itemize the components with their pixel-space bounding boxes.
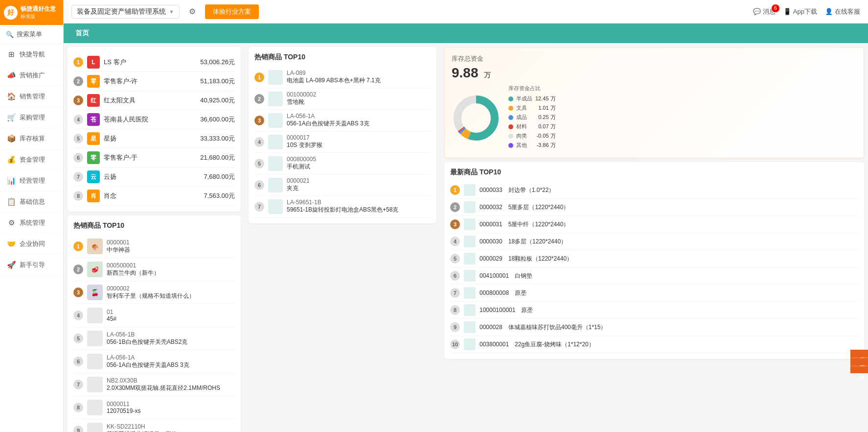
sidebar-item-purchase[interactable]: 🛒 采购管理	[0, 107, 63, 128]
rank-number: 2	[73, 264, 83, 274]
sales-value: 7,563.00元	[204, 192, 235, 200]
system-icon: ⚙	[7, 218, 16, 227]
top-bar: 装备及固定资产辅助管理系统 ▼ ⚙ 体验行业方案 💬 消息 6 📱 App下载 …	[64, 0, 868, 24]
product-image	[464, 236, 476, 247]
messages-badge: 6	[772, 4, 779, 12]
sales-value: 7,680.00元	[204, 172, 235, 181]
latest-item: 5 0000029 18颗粒板（1220*2440）	[450, 250, 858, 267]
customer-avatar: 云	[87, 170, 100, 183]
sidebar-item-inventory[interactable]: 📦 库存核算	[0, 128, 63, 149]
legend-item: 半成品 12.45 万	[508, 95, 556, 102]
sales-rank-list: 1 L LS 客户 53,006.26元 2 零 零售客户-许 51,183.0…	[73, 53, 235, 206]
product-name: 智利车子里（规格不知道填什么）	[107, 292, 235, 300]
latest-item: 2 0000032 5厘多层（1220*2440）	[450, 199, 858, 216]
product-code: LA-056-1A	[107, 354, 235, 361]
latest-products-title: 最新商品 TOP10	[450, 168, 858, 177]
legend-label: 其他	[516, 142, 533, 149]
product-name: 59651-1B旋转投影灯电池盒ABS黑色+58克	[287, 206, 431, 214]
app-download-button[interactable]: 📱 App下载	[783, 7, 817, 16]
inventory-value: 9.88 万	[452, 65, 857, 81]
sidebar-item-shortcuts[interactable]: ⊞ 快捷导航	[0, 44, 63, 65]
basic-info-label: 基础信息	[20, 197, 45, 206]
online-service-button[interactable]: 👤 在线客服	[825, 7, 860, 16]
rank-number: 4	[450, 237, 460, 246]
hot-products-title-text: 热销商品 TOP10	[73, 221, 124, 230]
hot-selling-title-text: 热销商品 TOP10	[254, 53, 305, 62]
rank-number: 4	[73, 311, 83, 320]
product-name: 2.0X30MM双搓花轴.搓花直径2.1MM/ROHS	[107, 384, 235, 392]
rank-item: 2 零 零售客户-许 51,183.00元	[73, 72, 235, 91]
product-name: 雪地靴	[287, 98, 431, 106]
sidebar-item-basic-info[interactable]: 📋 基础信息	[0, 192, 63, 213]
product-info: LA-056-1A 056-1A白色按键开关盖ABS 3克	[287, 113, 431, 128]
messages-button[interactable]: 💬 消息 6	[753, 7, 776, 16]
rank-item: 6 零 零售客户-于 21,680.00元	[73, 148, 235, 168]
latest-products-label: 最新商品 TOP10	[450, 168, 501, 177]
app-name: 畅捷通好生意	[21, 5, 56, 13]
tab-home[interactable]: 首页	[71, 29, 93, 38]
sidebar-item-guide[interactable]: 🚀 新手引导	[0, 255, 63, 276]
sidebar-item-system[interactable]: ⚙ 系统管理	[0, 213, 63, 234]
system-selector[interactable]: 装备及固定资产辅助管理系统 ▼	[71, 5, 180, 19]
product-info: NB2.0X30B 2.0X30MM双搓花轴.搓花直径2.1MM/ROHS	[107, 377, 235, 392]
product-info: 004100001 白钢垫	[480, 272, 532, 280]
customer-service-button[interactable]: 客服热线	[850, 350, 868, 358]
marketing-icon: 📣	[7, 71, 16, 80]
customer-name: 红太阳文具	[104, 96, 196, 105]
product-code: LA-59651-1B	[287, 199, 431, 206]
product-info: 0000028 体城嘉核味苏打饮品400毫升（1*15）	[480, 323, 606, 332]
legend-dot	[508, 106, 513, 111]
operations-label: 经营管理	[20, 176, 45, 185]
hot-product-item: 2 🥩 000500001 新西兰牛肉（新牛）	[73, 258, 235, 281]
product-info: LA-056-1A 056-1A白色按键开关盖ABS 3克	[107, 354, 235, 369]
finance-icon: 💰	[7, 155, 16, 164]
customer-name: 苍南县人民医院	[104, 115, 196, 124]
hot-product-item: 8 0000011 12070519-xs	[73, 396, 235, 419]
rank-number: 1	[450, 185, 460, 195]
hot-product-item: 4 01 45#	[73, 304, 235, 327]
product-image	[87, 331, 103, 346]
customer-avatar: 零	[87, 75, 100, 88]
sidebar: 好 畅捷通好生意 标准版 🔍 搜索菜单 ⊞ 快捷导航 📣 营销推广 🏠 销售管理…	[0, 0, 64, 432]
rank-number: 7	[73, 172, 83, 182]
sidebar-item-sales[interactable]: 🏠 销售管理	[0, 86, 63, 107]
service-community-button[interactable]: 服务社区	[850, 358, 868, 366]
customer-avatar: 星	[87, 132, 100, 145]
legend-label: 半成品	[516, 95, 532, 102]
guide-icon: 🚀	[7, 261, 16, 269]
product-image	[87, 423, 103, 432]
rank-number: 1	[73, 241, 83, 251]
live-button[interactable]: 直播	[850, 366, 868, 373]
product-code: LA-089	[287, 70, 431, 76]
latest-item: 8 10000100001 原垄	[450, 302, 858, 319]
hot-product-item: 5 LA-056-1B 056-1B白色按键开关壳ABS2克	[73, 327, 235, 350]
system-label: 系统管理	[20, 218, 45, 227]
product-name: 中华神器	[107, 246, 235, 254]
hot-selling-title: 热销商品 TOP10	[254, 53, 431, 62]
shortcuts-icon: ⊞	[7, 50, 16, 59]
product-name: 新西兰牛肉（新牛）	[107, 269, 235, 277]
latest-item: 10 003800001 22g鱼豆腐-烧烤味（1*12*20）	[450, 336, 858, 353]
trial-button[interactable]: 体验行业方案	[205, 4, 259, 19]
sidebar-item-operations[interactable]: 📊 经营管理	[0, 170, 63, 192]
product-image	[464, 184, 476, 196]
sidebar-item-collab[interactable]: 🤝 企业协同	[0, 234, 63, 255]
product-info: 0000021 夹克	[287, 177, 431, 192]
sidebar-item-marketing[interactable]: 📣 营销推广	[0, 65, 63, 86]
product-info: 000800008 原垄	[480, 289, 526, 297]
product-image	[268, 113, 283, 128]
settings-button[interactable]: ⚙	[184, 4, 200, 20]
product-info: 0000011 12070519-xs	[107, 401, 235, 414]
legend-dot	[508, 124, 513, 129]
sidebar-item-finance[interactable]: 💰 资金管理	[0, 149, 63, 170]
product-info: 0000001 中华神器	[107, 239, 235, 254]
legend-item: 成品 0.25 万	[508, 114, 556, 121]
message-icon: 💬	[753, 8, 761, 15]
product-code: 0000017	[287, 134, 431, 141]
sales-value: 51,183.00元	[200, 77, 235, 86]
chart-label: 库存资金占比	[508, 85, 556, 92]
product-info: 0000031 5厘中纤（1220*2440）	[480, 220, 569, 229]
product-image	[87, 377, 103, 392]
product-code: NB2.0X30B	[107, 377, 235, 384]
sidebar-search[interactable]: 🔍 搜索菜单	[0, 25, 63, 44]
